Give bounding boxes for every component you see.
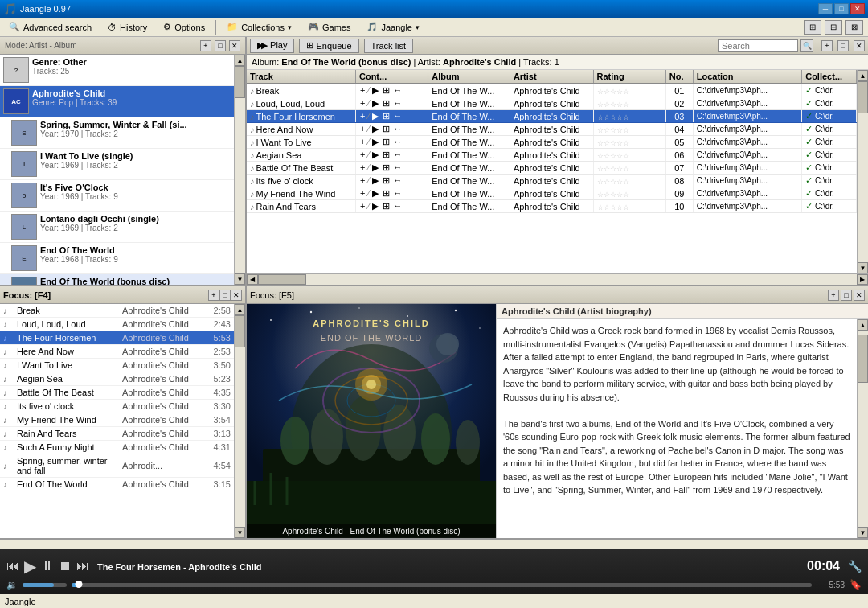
- arrow-icon[interactable]: ↔: [393, 175, 402, 185]
- arrow-icon[interactable]: ↔: [393, 188, 402, 198]
- add-icon[interactable]: +: [360, 150, 365, 159]
- col-number[interactable]: No.: [665, 70, 693, 84]
- queue-icon[interactable]: ⊞: [383, 137, 390, 146]
- track-hscroll-right[interactable]: ▶: [857, 274, 868, 285]
- queue-icon[interactable]: ⊞: [383, 201, 390, 211]
- queue-icon[interactable]: ⊞: [383, 124, 390, 134]
- list-item[interactable]: AC Aphrodite's Child Genre: Pop | Tracks…: [0, 86, 234, 117]
- left-scrollbar[interactable]: ▲ ▼: [234, 55, 245, 285]
- enqueue-button[interactable]: ⊞ Enqueue: [299, 39, 358, 53]
- queue-icon[interactable]: ⊞: [383, 98, 390, 108]
- play-small-icon[interactable]: ▶: [372, 111, 379, 121]
- queue-icon[interactable]: ⊞: [383, 150, 390, 159]
- bio-scrollbar[interactable]: ▲ ▼: [857, 319, 868, 538]
- col-album[interactable]: Album: [428, 70, 510, 84]
- arrow-icon[interactable]: ↔: [393, 201, 402, 211]
- track-table-container[interactable]: Track Cont... Album Artist Rating No. Lo…: [247, 70, 857, 273]
- list-item[interactable]: ? Genre: Other Tracks: 25: [0, 55, 234, 86]
- list-item[interactable]: E End Of The World (bonus disc) Year: 19…: [0, 274, 234, 285]
- track-scroll-down[interactable]: ▼: [858, 262, 868, 273]
- add-icon[interactable]: +: [360, 111, 365, 121]
- list-item[interactable]: ♪ Here And Now Aphrodite's Child 2:53: [0, 345, 234, 359]
- focus-right-min[interactable]: □: [841, 290, 852, 301]
- play-transport-button[interactable]: ▶: [24, 557, 36, 576]
- list-item[interactable]: ♪ Break Aphrodite's Child 2:58: [0, 304, 234, 318]
- add-icon[interactable]: +: [360, 175, 365, 185]
- bio-scroll-down[interactable]: ▼: [858, 527, 868, 538]
- list-item[interactable]: I I Want To Live (single) Year: 1969 | T…: [0, 149, 234, 180]
- menu-jaangle[interactable]: 🎵 Jaangle ▾: [359, 18, 427, 36]
- table-row[interactable]: ♪Rain And Tears + ∕ ▶ ⊞ ↔ End Of The W..…: [247, 200, 857, 213]
- artist-list[interactable]: ? Genre: Other Tracks: 25 AC Aphrodite's…: [0, 55, 234, 285]
- list-item[interactable]: ♪ Rain And Tears Aphrodite's Child 3:13: [0, 427, 234, 441]
- scroll-down-button[interactable]: ▼: [235, 273, 245, 285]
- volume-bar-container[interactable]: [23, 583, 67, 587]
- list-item[interactable]: 5 It's Five O'Clock Year: 1969 | Tracks:…: [0, 180, 234, 212]
- arrow-icon[interactable]: ↔: [393, 137, 402, 146]
- play-small-icon[interactable]: ▶: [372, 85, 379, 95]
- add-icon[interactable]: +: [360, 201, 365, 211]
- list-item[interactable]: ♪ Aegian Sea Aphrodite's Child 5:23: [0, 372, 234, 386]
- add-icon[interactable]: +: [360, 137, 365, 146]
- play-small-icon[interactable]: ▶: [372, 98, 379, 108]
- col-rating[interactable]: Rating: [593, 70, 665, 84]
- table-row[interactable]: ♪Its five o' clock + ∕ ▶ ⊞ ↔ End Of The …: [247, 175, 857, 187]
- search-input[interactable]: [718, 39, 798, 52]
- table-row[interactable]: ♪Aegian Sea + ∕ ▶ ⊞ ↔ End Of The W... Ap…: [247, 149, 857, 162]
- focus-scrollbar[interactable]: ▲ ▼: [234, 304, 245, 538]
- col-location[interactable]: Location: [693, 70, 801, 84]
- table-row[interactable]: ♪The Four Horsemen + ∕ ▶ ⊞ ↔ End Of The …: [247, 110, 857, 123]
- add-icon[interactable]: +: [360, 85, 365, 95]
- focus-add-button[interactable]: +: [208, 290, 219, 301]
- add-icon[interactable]: +: [360, 98, 365, 108]
- list-item[interactable]: E End Of The World Year: 1968 | Tracks: …: [0, 243, 234, 274]
- list-item[interactable]: ♪ End Of The World Aphrodite's Child 3:1…: [0, 478, 234, 491]
- table-row[interactable]: ♪Here And Now + ∕ ▶ ⊞ ↔ End Of The W... …: [247, 123, 857, 136]
- bio-scroll-up[interactable]: ▲: [858, 319, 868, 331]
- focus-min-button[interactable]: □: [219, 290, 231, 301]
- play-small-icon[interactable]: ▶: [372, 137, 379, 146]
- queue-icon[interactable]: ⊞: [383, 111, 390, 121]
- table-row[interactable]: ♪Battle Of The Beast + ∕ ▶ ⊞ ↔ End Of Th…: [247, 162, 857, 175]
- list-item[interactable]: L Lontano dagli Occhi (single) Year: 196…: [0, 212, 234, 243]
- panel-add-button[interactable]: +: [821, 40, 833, 51]
- stop-button[interactable]: ⏹: [59, 559, 72, 573]
- view-btn-3[interactable]: ⊠: [845, 20, 863, 35]
- menu-options[interactable]: ⚙ Options: [156, 18, 212, 36]
- col-collect[interactable]: Collect...: [802, 70, 857, 84]
- table-row[interactable]: ♪I Want To Live + ∕ ▶ ⊞ ↔ End Of The W..…: [247, 136, 857, 149]
- focus-right-close[interactable]: ✕: [854, 290, 865, 301]
- queue-icon[interactable]: ⊞: [383, 188, 390, 198]
- table-row[interactable]: ♪Loud, Loud, Loud + ∕ ▶ ⊞ ↔ End Of The W…: [247, 97, 857, 110]
- list-item[interactable]: ♪ Spring, summer, winter and fall Aphrod…: [0, 454, 234, 478]
- focus-right-add[interactable]: +: [828, 290, 839, 301]
- focus-scroll-down[interactable]: ▼: [235, 527, 245, 538]
- panel-min-button[interactable]: □: [837, 40, 849, 51]
- table-row[interactable]: ♪Break + ∕ ▶ ⊞ ↔ End Of The W... Aphrodi…: [247, 84, 857, 97]
- pause-button[interactable]: ⏸: [41, 559, 54, 573]
- track-hscroll-left[interactable]: ◀: [247, 274, 258, 285]
- scroll-up-button[interactable]: ▲: [235, 55, 245, 66]
- focus-list[interactable]: ♪ Break Aphrodite's Child 2:58 ♪ Loud, L…: [0, 304, 234, 538]
- list-item[interactable]: ♪ The Four Horsemen Aphrodite's Child 5:…: [0, 331, 234, 345]
- track-scroll-thumb[interactable]: [858, 81, 868, 113]
- track-hscrollbar[interactable]: ◀ ▶: [247, 273, 868, 285]
- arrow-icon[interactable]: ↔: [393, 150, 402, 159]
- queue-icon[interactable]: ⊞: [383, 162, 390, 172]
- player-settings-icon[interactable]: 🔧: [848, 560, 862, 573]
- view-btn-1[interactable]: ⊞: [804, 20, 821, 35]
- menu-advanced-search[interactable]: 🔍 Advanced search: [2, 18, 99, 36]
- queue-icon[interactable]: ⊞: [383, 85, 390, 95]
- arrow-icon[interactable]: ↔: [393, 162, 402, 172]
- play-button[interactable]: ▶ ▶ Play: [250, 39, 294, 53]
- list-item[interactable]: ♪ Such A Funny Night Aphrodite's Child 4…: [0, 441, 234, 454]
- col-controls[interactable]: Cont...: [355, 70, 428, 84]
- add-button[interactable]: +: [200, 40, 211, 51]
- focus-close-button[interactable]: ✕: [231, 290, 242, 301]
- arrow-icon[interactable]: ↔: [393, 85, 402, 95]
- panel-x-button[interactable]: ✕: [854, 40, 865, 51]
- list-item[interactable]: ♪ Battle Of The Beast Aphrodite's Child …: [0, 386, 234, 400]
- queue-icon[interactable]: ⊞: [383, 175, 390, 185]
- track-hscroll-thumb[interactable]: [258, 274, 306, 285]
- bio-scroll-thumb[interactable]: [858, 335, 868, 383]
